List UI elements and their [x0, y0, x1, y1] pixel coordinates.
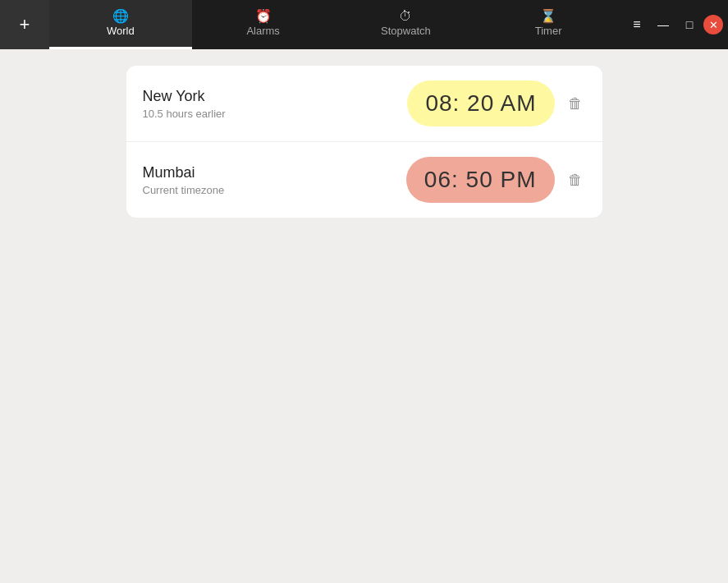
- tab-timer-label: Timer: [535, 25, 562, 37]
- title-bar: + 🌐 World ⏰ Alarms ⏱ Stopwatch ⌛ Timer ≡…: [0, 0, 728, 49]
- menu-button[interactable]: ≡: [625, 12, 649, 37]
- tab-world[interactable]: 🌐 World: [49, 0, 192, 49]
- maximize-button[interactable]: □: [677, 12, 702, 37]
- clock-card: New York 10.5 hours earlier 08: 20 AM 🗑 …: [126, 66, 602, 218]
- close-button[interactable]: ✕: [703, 15, 723, 34]
- time-diff-mumbai: Current timezone: [143, 184, 406, 196]
- add-clock-button[interactable]: +: [0, 0, 49, 49]
- tab-alarms-label: Alarms: [246, 25, 279, 37]
- city-name-newyork: New York: [143, 88, 408, 105]
- clock-info-newyork: New York 10.5 hours earlier: [143, 88, 408, 120]
- tab-stopwatch-label: Stopwatch: [381, 25, 431, 37]
- tab-stopwatch[interactable]: ⏱ Stopwatch: [335, 0, 478, 49]
- time-diff-newyork: 10.5 hours earlier: [143, 108, 408, 120]
- delete-mumbai-button[interactable]: 🗑: [565, 168, 586, 192]
- city-name-mumbai: Mumbai: [143, 164, 406, 181]
- tab-timer[interactable]: ⌛ Timer: [477, 0, 620, 49]
- time-display-mumbai: 06: 50 PM: [406, 157, 555, 203]
- nav-tabs: 🌐 World ⏰ Alarms ⏱ Stopwatch ⌛ Timer: [49, 0, 620, 49]
- alarms-icon: ⏰: [255, 10, 272, 23]
- main-content: New York 10.5 hours earlier 08: 20 AM 🗑 …: [0, 49, 728, 234]
- clock-row-mumbai: Mumbai Current timezone 06: 50 PM 🗑: [126, 142, 602, 218]
- world-icon: 🌐: [112, 10, 129, 23]
- timer-icon: ⌛: [540, 10, 556, 23]
- minimize-button[interactable]: —: [651, 12, 675, 37]
- tab-world-label: World: [107, 25, 135, 37]
- window-controls: ≡ — □ ✕: [620, 0, 728, 49]
- delete-newyork-button[interactable]: 🗑: [565, 92, 586, 116]
- clock-info-mumbai: Mumbai Current timezone: [143, 164, 406, 196]
- clock-row-newyork: New York 10.5 hours earlier 08: 20 AM 🗑: [126, 66, 602, 142]
- tab-alarms[interactable]: ⏰ Alarms: [192, 0, 335, 49]
- time-display-newyork: 08: 20 AM: [407, 80, 554, 126]
- stopwatch-icon: ⏱: [399, 10, 412, 23]
